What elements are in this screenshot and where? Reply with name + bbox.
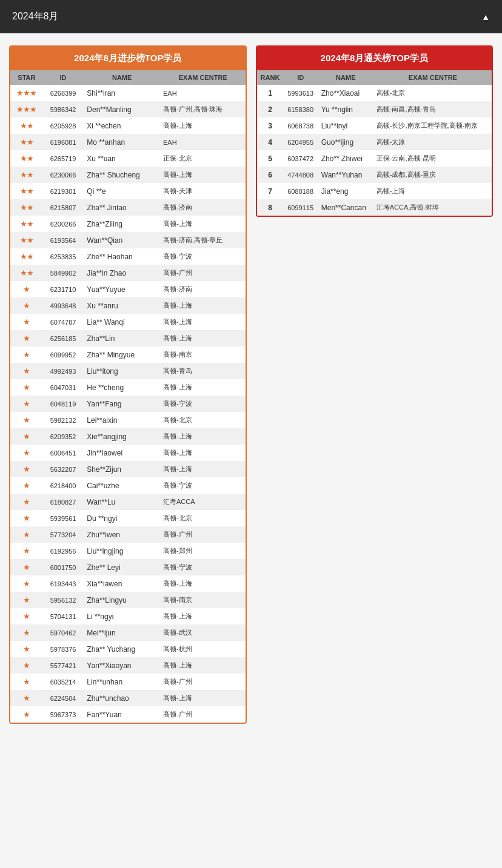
exam-cell: 高顿-上海 xyxy=(161,428,245,445)
name-cell: Lei**aixin xyxy=(83,412,161,428)
name-cell: Wan**Yuhan xyxy=(318,167,374,183)
id-cell: 5704131 xyxy=(43,608,84,624)
col-exam: EXAM CENTRE xyxy=(161,70,245,85)
table-row: ★ 6231710 Yua**Yuyue 高顿-济南 xyxy=(10,281,246,297)
table-row: ★★ 6205928 Xi **echen 高顿-上海 xyxy=(10,118,246,134)
exam-cell: 高顿-上海 xyxy=(374,183,492,199)
name-cell: Wan**Lu xyxy=(83,494,161,510)
col-exam-r: EXAM CENTRE xyxy=(374,70,492,85)
table-row: ★ 6006451 Jin**iaowei 高顿-上海 xyxy=(10,445,246,461)
exam-cell: 高顿-上海 xyxy=(161,445,245,461)
id-cell: 6200266 xyxy=(43,216,84,232)
id-cell: 6006451 xyxy=(43,445,84,461)
name-cell: Jia**eng xyxy=(318,183,374,199)
table-row: ★ 5970462 Mei**ijun 高顿-武汉 xyxy=(10,624,246,641)
table-row: ★ 5982132 Lei**aixin 高顿-北京 xyxy=(10,412,246,428)
name-cell: Xu **anru xyxy=(83,297,161,314)
name-cell: Liu**ingjing xyxy=(83,543,161,559)
table-row: ★★ 6200266 Zha**Ziling 高顿-上海 xyxy=(10,216,246,232)
header: 2024年8月 ▲ xyxy=(0,0,502,33)
star-cell: ★★ xyxy=(10,134,43,150)
exam-cell: 汇考ACCA,高顿-蚌埠 xyxy=(374,199,492,216)
id-cell: 6219301 xyxy=(43,183,84,199)
id-cell: 5982132 xyxy=(43,412,84,428)
name-cell: Zha** Yuchang xyxy=(83,641,161,657)
exam-cell: 高顿-成都,高顿-重庆 xyxy=(374,167,492,183)
id-cell: 6268399 xyxy=(43,85,84,101)
name-cell: Xia**iawen xyxy=(83,575,161,592)
table-row: ★ 5956132 Zha**Lingyu 高顿-南京 xyxy=(10,592,246,608)
exam-cell: 高顿-济南 xyxy=(161,199,245,216)
id-cell: 5632207 xyxy=(43,461,84,477)
id-cell: 6074787 xyxy=(43,314,84,330)
table-row: ★★ 5849902 Jia**in Zhao 高顿-广州 xyxy=(10,265,246,281)
name-cell: Xu **uan xyxy=(83,150,161,167)
star-cell: ★ xyxy=(10,314,43,330)
name-cell: She**Zijun xyxy=(83,461,161,477)
table-row: 7 6080188 Jia**eng 高顿-上海 xyxy=(257,183,492,199)
id-cell: 6230066 xyxy=(43,167,84,183)
table-row: ★ 6035214 Lin**unhan 高顿-广州 xyxy=(10,674,246,690)
star-cell: ★★★ xyxy=(10,85,43,101)
exam-cell: 正保-北京 xyxy=(161,150,245,167)
table-row: ★ 6180827 Wan**Lu 汇考ACCA xyxy=(10,494,246,510)
table-row: ★★★ 5986342 Den**Manling 高顿-广州,高顿-珠海 xyxy=(10,101,246,118)
id-cell: 6215807 xyxy=(43,199,84,216)
table-row: 8 6099115 Men**Cancan 汇考ACCA,高顿-蚌埠 xyxy=(257,199,492,216)
star-cell: ★ xyxy=(10,297,43,314)
name-cell: Men**Cancan xyxy=(318,199,374,216)
exam-cell: 高顿-上海 xyxy=(161,167,245,183)
exam-cell: 高顿-广州 xyxy=(161,265,245,281)
id-cell: 6037472 xyxy=(284,150,318,167)
name-cell: Mo **anhan xyxy=(83,134,161,150)
exam-cell: 高顿-杭州 xyxy=(161,641,245,657)
exam-cell: 高顿-上海 xyxy=(161,297,245,314)
exam-cell: 汇考ACCA xyxy=(161,494,245,510)
table-row: ★ 5978376 Zha** Yuchang 高顿-杭州 xyxy=(10,641,246,657)
exam-cell: 高顿-长沙,南京工程学院,高顿-南京 xyxy=(374,118,492,134)
name-cell: Den**Manling xyxy=(83,101,161,118)
name-cell: Yua**Yuyue xyxy=(83,281,161,297)
star-cell: ★ xyxy=(10,706,43,723)
star-cell: ★★ xyxy=(10,183,43,199)
exam-cell: 高顿-南京 xyxy=(161,346,245,363)
name-cell: Zhu**unchao xyxy=(83,690,161,706)
exam-cell: 高顿-广州 xyxy=(161,706,245,723)
name-cell: Zha** Jintao xyxy=(83,199,161,216)
exam-cell: 高顿-宁波 xyxy=(161,477,245,494)
name-cell: Lia** Wanqi xyxy=(83,314,161,330)
star-cell: ★ xyxy=(10,330,43,346)
id-cell: 6204955 xyxy=(284,134,318,150)
star-cell: ★ xyxy=(10,575,43,592)
name-cell: Cai**uzhe xyxy=(83,477,161,494)
star-cell: ★ xyxy=(10,461,43,477)
star-cell: ★ xyxy=(10,559,43,575)
star-cell: ★ xyxy=(10,412,43,428)
name-cell: Zha**Lingyu xyxy=(83,592,161,608)
progress-table-title: 2024年8月进步榜TOP学员 xyxy=(10,47,246,70)
name-cell: Li **ngyi xyxy=(83,608,161,624)
name-cell: Zhu**iwen xyxy=(83,526,161,543)
table-row: 1 5993613 Zho**Xiaoai 高顿-北京 xyxy=(257,85,492,101)
star-cell: ★ xyxy=(10,526,43,543)
header-title: 2024年8月 xyxy=(12,10,59,23)
id-cell: 5967373 xyxy=(43,706,84,723)
name-cell: Zhe** Leyi xyxy=(83,559,161,575)
id-cell: 6047031 xyxy=(43,379,84,396)
table-row: ★ 6218400 Cai**uzhe 高顿-宁波 xyxy=(10,477,246,494)
rank-cell: 6 xyxy=(257,167,284,183)
col-id: ID xyxy=(43,70,84,85)
name-cell: Yu **nglin xyxy=(318,101,374,118)
table-row: ★★ 6230066 Zha** Shucheng 高顿-上海 xyxy=(10,167,246,183)
name-cell: Lin**unhan xyxy=(83,674,161,690)
table-row: ★ 6192956 Liu**ingjing 高顿-郑州 xyxy=(10,543,246,559)
id-cell: 5939561 xyxy=(43,510,84,526)
name-cell: Zha** Shucheng xyxy=(83,167,161,183)
star-cell: ★★ xyxy=(10,150,43,167)
name-cell: Zha**Lin xyxy=(83,330,161,346)
star-cell: ★ xyxy=(10,592,43,608)
rank-table-title: 2024年8月通关榜TOP学员 xyxy=(257,47,492,70)
star-cell: ★ xyxy=(10,624,43,641)
progress-table-container: 2024年8月进步榜TOP学员 STAR ID NAME EXAM CENTRE… xyxy=(9,45,247,724)
star-cell: ★★ xyxy=(10,232,43,248)
